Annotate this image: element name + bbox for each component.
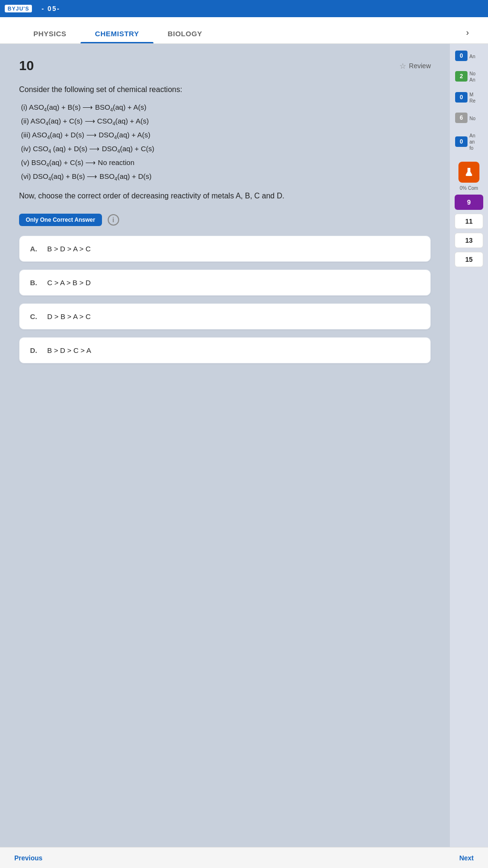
option-b-text: C > A > B > D [47, 279, 91, 287]
tab-dropdown-icon[interactable]: › [466, 28, 469, 43]
top-bar-number: - 05- [41, 5, 60, 12]
option-c-label: C. [30, 312, 40, 320]
info-icon[interactable]: i [108, 214, 119, 226]
reaction-2: (ii) ASO4(aq) + C(s) ⟶ CSO4(aq) + A(s) [19, 114, 431, 128]
option-b-label: B. [30, 279, 40, 287]
option-c[interactable]: C. D > B > A > C [19, 303, 431, 330]
main-wrapper: 10 ☆ Review Consider the following set o… [0, 44, 488, 868]
sidebar-stat-4: 0 Ananfo [452, 131, 486, 153]
tab-navigation: PHYSICS CHEMISTRY BIOLOGY › [0, 17, 488, 44]
right-sidebar: 0 An 2 NoAn 0 MRe 6 No 0 Ana [450, 44, 488, 868]
sidebar-stat-1: 2 NoAn [452, 69, 486, 85]
sidebar-stat-3: 6 No [452, 111, 486, 126]
next-button[interactable]: Next [459, 854, 474, 862]
star-icon: ☆ [399, 62, 406, 71]
q-num-15[interactable]: 15 [455, 252, 483, 267]
q-num-active[interactable]: 9 [455, 195, 483, 210]
option-d[interactable]: D. B > D > C > A [19, 337, 431, 363]
sidebar-badge-3: 6 [455, 113, 468, 123]
progress-text: 0% Com [460, 186, 478, 191]
sidebar-badge-0: 0 [455, 51, 468, 61]
tab-chemistry[interactable]: CHEMISTRY [81, 30, 153, 43]
q-num-11[interactable]: 11 [455, 214, 483, 229]
sidebar-badge-4: 0 [455, 136, 468, 147]
sidebar-badge-1: 2 [455, 71, 468, 82]
question-panel: 10 ☆ Review Consider the following set o… [0, 44, 450, 868]
q-num-13[interactable]: 13 [455, 233, 483, 248]
question-conclusion: Now, choose the correct order of decreas… [19, 189, 431, 202]
option-a-text: B > D > A > C [47, 245, 91, 253]
sidebar-badge-2: 0 [455, 92, 468, 103]
reaction-1: (i) ASO4(aq) + B(s) ⟶ BSO4(aq) + A(s) [19, 101, 431, 114]
byju-logo: BYJU'S [5, 5, 32, 12]
tab-biology[interactable]: BIOLOGY [153, 30, 217, 43]
top-bar: BYJU'S - 05- [0, 0, 488, 17]
question-intro: Consider the following set of chemical r… [19, 83, 431, 96]
reaction-4: (iv) CSO4 (aq) + D(s) ⟶ DSO4(aq) + C(s) [19, 142, 431, 156]
reaction-3: (iii) ASO4(aq) + D(s) ⟶ DSO4(aq) + A(s) [19, 128, 431, 142]
option-c-text: D > B > A > C [47, 312, 91, 320]
review-button[interactable]: ☆ Review [399, 62, 431, 71]
option-b[interactable]: B. C > A > B > D [19, 269, 431, 296]
sidebar-stat-2: 0 MRe [452, 90, 486, 106]
option-a-label: A. [30, 245, 40, 253]
svg-rect-0 [468, 168, 470, 168]
sidebar-stat-0: 0 An [452, 49, 486, 64]
reaction-6: (vi) DSO4(aq) + B(s) ⟶ BSO4(aq) + D(s) [19, 170, 431, 184]
question-header: 10 ☆ Review [19, 58, 431, 73]
reaction-5: (v) BSO4(aq) + C(s) ⟶ No reaction [19, 156, 431, 170]
prev-button[interactable]: Previous [14, 854, 42, 862]
tab-physics[interactable]: PHYSICS [19, 30, 81, 43]
answer-type-row: Only One Correct Answer i [19, 214, 431, 226]
options-list: A. B > D > A > C B. C > A > B > D C. D >… [19, 236, 431, 363]
option-d-label: D. [30, 346, 40, 354]
bottom-navigation: Previous Next [0, 847, 488, 868]
answer-type-badge[interactable]: Only One Correct Answer [19, 214, 102, 226]
flask-icon[interactable] [458, 162, 479, 183]
option-a[interactable]: A. B > D > A > C [19, 236, 431, 262]
question-number: 10 [19, 58, 34, 73]
review-label: Review [409, 62, 431, 70]
option-d-text: B > D > C > A [47, 346, 91, 354]
